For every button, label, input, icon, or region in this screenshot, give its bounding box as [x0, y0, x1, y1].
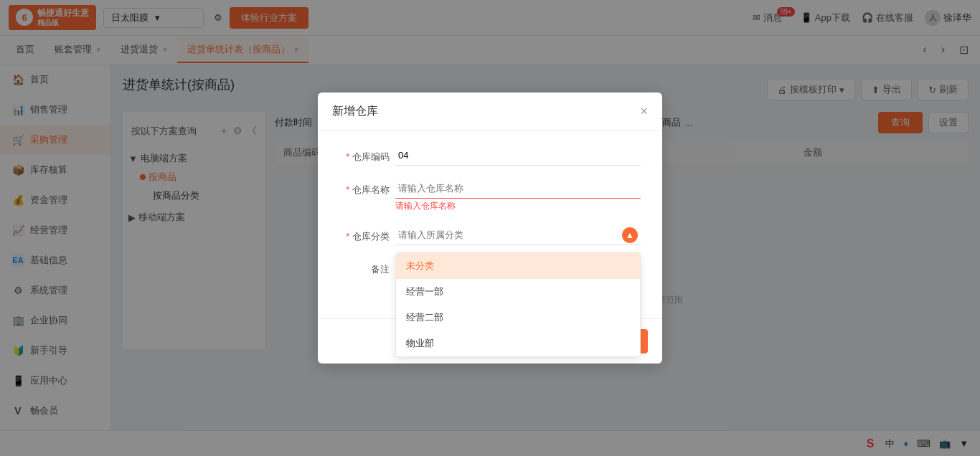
modal-close-button[interactable]: × — [640, 104, 648, 119]
category-dropdown-toggle[interactable]: ▲ — [622, 227, 638, 243]
name-required-star: * — [346, 184, 349, 195]
modal-body: * 仓库编码 * 仓库名称 请输入仓库名称 * 仓库分类 — [318, 131, 662, 318]
name-control-wrap: 请输入仓库名称 — [395, 179, 641, 212]
code-required-star: * — [346, 151, 349, 162]
warehouse-category-input[interactable] — [395, 225, 641, 245]
form-row-code: * 仓库编码 — [339, 146, 641, 166]
dropdown-item-dept2[interactable]: 经营二部 — [396, 305, 640, 331]
code-control-wrap — [395, 146, 641, 166]
modal-title: 新增仓库 — [332, 104, 378, 119]
dropdown-item-dept1[interactable]: 经营一部 — [396, 279, 640, 305]
name-error-message: 请输入仓库名称 — [395, 200, 641, 212]
form-row-name: * 仓库名称 请输入仓库名称 — [339, 179, 641, 212]
form-row-category: * 仓库分类 ▲ 未分类 经营一部 经营二部 物业部 — [339, 225, 641, 245]
category-control-wrap: ▲ 未分类 经营一部 经营二部 物业部 — [395, 225, 641, 245]
dropdown-item-uncategorized[interactable]: 未分类 — [396, 253, 640, 279]
dropdown-item-dept3[interactable]: 物业部 — [396, 331, 640, 356]
category-dropdown-list: 未分类 经营一部 经营二部 物业部 — [395, 252, 641, 357]
warehouse-name-input[interactable] — [395, 179, 641, 199]
new-warehouse-modal: 新增仓库 × * 仓库编码 * 仓库名称 请输入仓库名称 — [318, 92, 662, 364]
name-label: * 仓库名称 — [339, 179, 390, 196]
warehouse-code-input[interactable] — [395, 146, 641, 166]
category-required-star: * — [346, 231, 349, 242]
modal-header: 新增仓库 × — [318, 92, 662, 131]
note-label: 备注 — [339, 258, 390, 276]
code-label: * 仓库编码 — [339, 146, 390, 163]
category-label: * 仓库分类 — [339, 225, 390, 243]
